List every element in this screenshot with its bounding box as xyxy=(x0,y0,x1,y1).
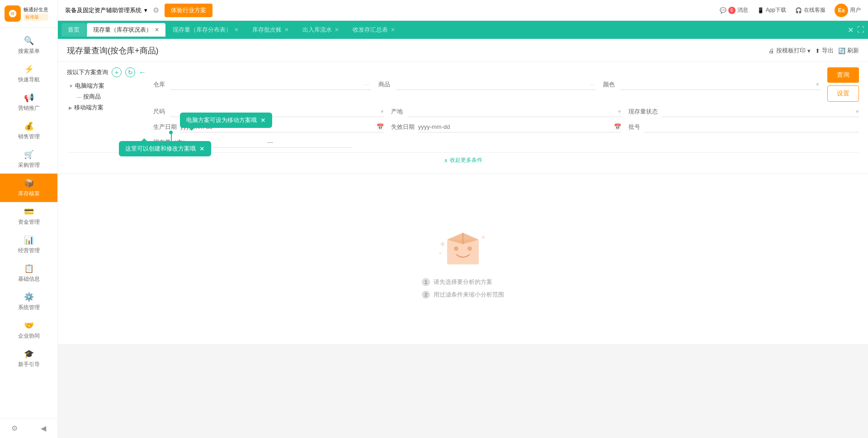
stock-status-chevron-icon[interactable]: ▾ xyxy=(856,108,859,115)
sidebar-item-marketing[interactable]: 📢 营销推广 xyxy=(0,88,57,117)
sidebar-item-purchase[interactable]: 🛒 采购管理 xyxy=(0,145,57,174)
product-field: 商品 ··· xyxy=(378,79,596,90)
tab-home[interactable]: 首页 xyxy=(61,23,86,37)
color-input[interactable] xyxy=(620,79,814,89)
collapse-sidebar-icon[interactable]: ◀ xyxy=(41,424,46,433)
svg-point-4 xyxy=(467,246,472,251)
sidebar-item-inventory[interactable]: 📦 库存核算 xyxy=(0,174,57,202)
add-scheme-button[interactable]: + xyxy=(112,67,122,77)
expiry-date-input[interactable] xyxy=(418,122,614,132)
expiry-date-calendar-icon[interactable]: 📅 xyxy=(614,123,621,130)
filter-section: 电脑方案可设为移动方案哦 ✕ 这里可以创建和修改方案哦 ✕ 按以下方案查询 + … xyxy=(58,62,868,173)
tab-summary[interactable]: 收发存汇总表 ✕ xyxy=(346,23,401,37)
scheme-collapse-icon: ▶ xyxy=(69,105,72,110)
operations-icon: 📊 xyxy=(24,235,34,245)
reset-button[interactable]: 设置 xyxy=(827,85,859,102)
notification-badge: 6 xyxy=(728,7,736,14)
filter-label: 按以下方案查询 xyxy=(67,68,108,76)
sidebar-item-finance[interactable]: 💳 资金管理 xyxy=(0,202,57,231)
origin-chevron-icon[interactable]: ▾ xyxy=(618,108,621,115)
warehouse-input[interactable] xyxy=(170,79,363,89)
desktop-scheme-label: 电脑端方案 xyxy=(75,82,104,90)
production-date-calendar-icon[interactable]: 📅 xyxy=(377,123,384,130)
batch-input[interactable] xyxy=(644,122,859,132)
tooltip-scheme-close[interactable]: ✕ xyxy=(260,117,266,124)
export-action[interactable]: ⬆ 导出 xyxy=(815,47,834,55)
user-action[interactable]: Ea 用户 xyxy=(835,4,861,17)
inventory-range-dash: — xyxy=(267,139,273,146)
notification-action[interactable]: 💬 6 消息 xyxy=(720,6,748,14)
refresh-action[interactable]: 🔄 刷新 xyxy=(838,47,859,55)
sidebar-item-sales[interactable]: 💰 销售管理 xyxy=(0,117,57,145)
tab-close-all-icon[interactable]: ✕ xyxy=(848,26,854,34)
tab-inventory-status[interactable]: 现存量（库存状况表） ✕ xyxy=(87,23,165,37)
tab-close-inventory-status[interactable]: ✕ xyxy=(155,27,159,33)
tab-close-inventory-dist[interactable]: ✕ xyxy=(234,27,239,33)
system-title[interactable]: 装备及固定资产辅助管理系统 ▾ xyxy=(65,6,147,14)
tab-fullscreen-icon[interactable]: ⛶ xyxy=(857,26,864,34)
sidebar-item-enterprise[interactable]: 🤝 企业协同 xyxy=(0,316,57,344)
tab-bar: 首页 现存量（库存状况表） ✕ 现存量（库存分布表） ✕ 库存批次账 ✕ 出入库… xyxy=(58,21,868,39)
inventory-max-input[interactable] xyxy=(276,137,352,147)
refresh-scheme-button[interactable]: ↻ xyxy=(125,67,135,77)
tooltip-edit-close[interactable]: ✕ xyxy=(199,145,205,152)
print-action[interactable]: 🖨 按模板打印 ▾ xyxy=(769,47,811,55)
arrow-left-icon[interactable]: ← xyxy=(139,68,146,76)
mobile-scheme-label: 移动端方案 xyxy=(74,104,104,112)
collapse-chevron-icon: ∧ xyxy=(444,157,448,164)
main-area: 装备及固定资产辅助管理系统 ▾ ⚙ 体验行业方案 💬 6 消息 📱 App下载 … xyxy=(58,0,868,438)
sidebar: 畅通好生意 标准版 🔍 搜索菜单 ⚡ 快速导航 📢 营销推广 💰 销售管理 🛒 … xyxy=(0,0,58,438)
search-button[interactable]: 查询 xyxy=(827,67,859,83)
dropdown-arrow-icon: ▾ xyxy=(144,7,147,14)
experience-button[interactable]: 体验行业方案 xyxy=(165,4,212,17)
sidebar-item-operations[interactable]: 📊 经营管理 xyxy=(0,231,57,259)
sidebar-menu: 🔍 搜索菜单 ⚡ 快速导航 📢 营销推广 💰 销售管理 🛒 采购管理 📦 库存核… xyxy=(0,28,57,418)
logo-icon xyxy=(5,5,21,22)
origin-label: 产地 xyxy=(391,108,405,116)
tab-close-inout[interactable]: ✕ xyxy=(335,27,339,33)
batch-label: 批号 xyxy=(628,123,640,131)
refresh-icon: 🔄 xyxy=(838,47,845,54)
batch-field: 批号 xyxy=(628,122,859,132)
sidebar-footer: ⚙ ◀ xyxy=(0,418,57,438)
quicknav-icon: ⚡ xyxy=(24,64,34,74)
sidebar-item-basic[interactable]: 📋 基础信息 xyxy=(0,259,57,287)
print-icon: 🖨 xyxy=(769,47,774,54)
app-download-action[interactable]: 📱 App下载 xyxy=(757,6,786,14)
tab-inventory-dist[interactable]: 现存量（库存分布表） ✕ xyxy=(166,23,245,37)
notification-icon: 💬 xyxy=(720,7,726,14)
header-settings-icon[interactable]: ⚙ xyxy=(153,6,159,14)
sidebar-item-newbie[interactable]: 🎓 新手引导 xyxy=(0,344,57,373)
marketing-icon: 📢 xyxy=(24,93,34,103)
production-date-label: 生产日期 xyxy=(153,123,177,131)
hint-num-1: 1 xyxy=(422,278,430,286)
tab-batch[interactable]: 库存批次账 ✕ xyxy=(246,23,295,37)
sidebar-item-search[interactable]: 🔍 搜索菜单 xyxy=(0,31,57,60)
warehouse-label: 仓库 xyxy=(153,80,167,89)
svg-point-6 xyxy=(482,236,485,239)
size-chevron-icon[interactable]: ▾ xyxy=(381,108,384,115)
product-dots-icon[interactable]: ··· xyxy=(587,81,596,88)
tab-close-summary[interactable]: ✕ xyxy=(391,27,395,33)
desktop-sub-item[interactable]: — 按商品 xyxy=(77,93,146,101)
desktop-scheme-item[interactable]: ▼ 电脑端方案 xyxy=(69,82,146,90)
finance-icon: 💳 xyxy=(24,207,34,217)
svg-point-7 xyxy=(439,252,442,254)
online-service-action[interactable]: 🎧 在线客服 xyxy=(795,6,826,14)
tab-inout[interactable]: 出入库流水 ✕ xyxy=(296,23,345,37)
scheme-panel: 按以下方案查询 + ↻ ← ▼ 电脑端方案 — 按商品 xyxy=(67,67,153,152)
empty-state: 1 请先选择要分析的方案 2 用过滤条件来缩小分析范围 xyxy=(58,174,868,344)
origin-input[interactable] xyxy=(408,106,618,117)
stock-status-field: 现存量状态 ▾ xyxy=(628,106,859,117)
settings-bottom-icon[interactable]: ⚙ xyxy=(11,424,18,433)
tab-close-batch[interactable]: ✕ xyxy=(284,27,289,33)
mobile-scheme-item[interactable]: ▶ 移动端方案 xyxy=(69,104,146,112)
stock-status-input[interactable] xyxy=(661,106,856,117)
product-input[interactable] xyxy=(396,79,588,89)
warehouse-dots-icon[interactable]: ··· xyxy=(363,81,371,88)
sidebar-item-quicknav[interactable]: ⚡ 快速导航 xyxy=(0,60,57,88)
sub-item-dash: — xyxy=(77,94,81,99)
avatar: Ea xyxy=(835,4,848,17)
sidebar-item-system[interactable]: ⚙️ 系统管理 xyxy=(0,287,57,316)
color-chevron-icon[interactable]: ▾ xyxy=(814,81,821,88)
